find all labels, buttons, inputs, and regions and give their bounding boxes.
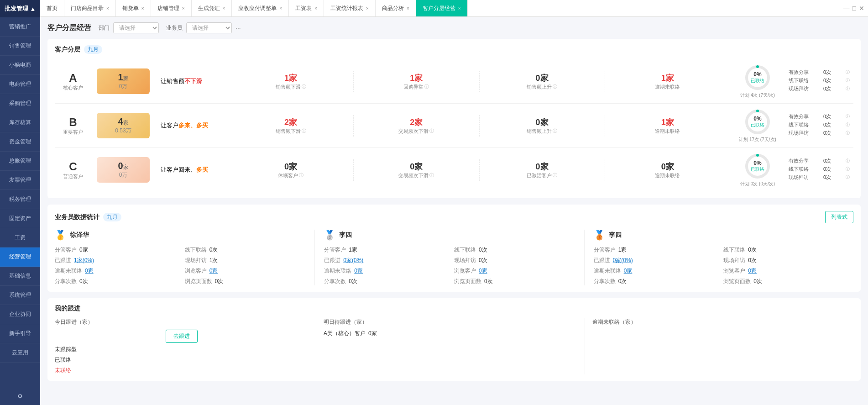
right-stat-info-icon[interactable]: ⓘ — [846, 86, 850, 92]
biz-stat-val[interactable]: 0家 — [354, 267, 363, 275]
tier-slogan-text: 让销售额 — [161, 78, 184, 84]
info-icon[interactable]: ⓘ — [424, 84, 429, 90]
biz-stat-val: 0次 — [79, 278, 88, 285]
sidebar-item-电商管理[interactable]: 电商管理 — [0, 75, 40, 94]
right-stat-info-icon[interactable]: ⓘ — [846, 114, 850, 120]
info-icon[interactable]: ⓘ — [553, 84, 557, 90]
right-stat-info-icon[interactable]: ⓘ — [846, 166, 850, 172]
tab-close-icon[interactable]: × — [279, 6, 282, 11]
sidebar-item-库存核算[interactable]: 库存核算 — [0, 113, 40, 132]
sidebar-item-云应用[interactable]: 云应用 — [0, 343, 40, 363]
info-icon[interactable]: ⓘ — [553, 172, 557, 179]
salesperson-select[interactable]: 请选择 — [186, 22, 232, 33]
info-icon[interactable]: ⓘ — [302, 84, 306, 90]
filter-more-icon[interactable]: ··· — [235, 24, 241, 32]
tab-工资统计报表[interactable]: 工资统计报表× — [324, 0, 376, 16]
biz-card-徐泽华: 🥇 徐泽华 分管客户 0家 线下联络 0次 已跟进 1家(0%) 现场拜访 1次… — [55, 230, 315, 285]
right-stat-info-icon[interactable]: ⓘ — [846, 69, 850, 75]
tab-生成凭证[interactable]: 生成凭证× — [192, 0, 232, 16]
tab-close-icon[interactable]: × — [141, 6, 144, 11]
goto-followup-button[interactable]: 去跟进 — [166, 330, 198, 343]
circle-label: 已联络 — [751, 166, 764, 173]
sidebar-toggle-icon[interactable]: ▲ — [30, 5, 36, 12]
tab-close-icon[interactable]: × — [407, 6, 409, 11]
info-icon[interactable]: ⓘ — [429, 128, 434, 134]
circle-label: 已联络 — [751, 122, 764, 128]
medal-icon: 🥇 — [55, 230, 66, 241]
tab-action-close[interactable]: ✕ — [859, 5, 864, 12]
right-stat-info-icon[interactable]: ⓘ — [846, 130, 850, 136]
info-icon[interactable]: ⓘ — [553, 128, 557, 134]
biz-stat-val: 0次 — [215, 278, 224, 285]
biz-stat-val[interactable]: 1家(0%) — [74, 257, 94, 264]
right-stat-info-icon[interactable]: ⓘ — [846, 174, 850, 180]
sidebar-item-税务管理[interactable]: 税务管理 — [0, 190, 40, 209]
sidebar-item-销售管理[interactable]: 销售管理 — [0, 37, 40, 56]
info-icon[interactable]: ⓘ — [429, 172, 434, 179]
tier-slogan-col-C: 让客户回来、多买 — [155, 166, 228, 174]
tab-店铺管理[interactable]: 店铺管理× — [151, 0, 192, 16]
info-icon[interactable]: ⓘ — [302, 128, 306, 134]
stat-num: 0家 — [608, 161, 727, 172]
biz-stat-val: 1家 — [349, 246, 357, 254]
right-stat-info-icon[interactable]: ⓘ — [846, 122, 850, 128]
biz-card-李四: 🥉 李四 分管客户 1家 线下联络 0次 已跟进 0家(0%) 现场拜访 0次 … — [585, 230, 853, 285]
sidebar-item-总账管理[interactable]: 总账管理 — [0, 152, 40, 171]
right-stat-info-icon[interactable]: ⓘ — [846, 158, 850, 164]
tab-门店商品目录[interactable]: 门店商品目录× — [64, 0, 116, 16]
filter-row-salesperson: 业务员 请选择 ··· — [166, 22, 241, 33]
tab-close-icon[interactable]: × — [182, 6, 185, 11]
sidebar-item-企业协同[interactable]: 企业协同 — [0, 305, 40, 324]
sidebar-item-经营管理[interactable]: 经营管理 — [0, 247, 40, 267]
tab-应收应付调整单[interactable]: 应收应付调整单× — [232, 0, 289, 16]
tab-销货单[interactable]: 销货单× — [116, 0, 151, 16]
sidebar-item-新手引导[interactable]: 新手引导 — [0, 324, 40, 343]
biz-card-header: 🥈 李四 — [324, 230, 575, 241]
biz-stat-val[interactable]: 0家 — [209, 267, 218, 275]
sidebar-item-系统管理[interactable]: 系统管理 — [0, 286, 40, 305]
sidebar-item-采购管理[interactable]: 采购管理 — [0, 94, 40, 113]
biz-stat-val[interactable]: 0家(0%) — [613, 257, 633, 264]
tab-商品分析[interactable]: 商品分析× — [376, 0, 416, 16]
sidebar-item-资金管理[interactable]: 资金管理 — [0, 132, 40, 152]
tab-action-minimize[interactable]: — — [843, 5, 850, 12]
tab-close-icon[interactable]: × — [223, 6, 225, 11]
right-stat-val: 0次 — [823, 77, 831, 84]
stat-label: 交易频次下滑ⓘ — [356, 172, 476, 179]
tier-slogan-col-B: 让客户多来、多买 — [155, 121, 228, 130]
biz-stat-val[interactable]: 0家(0%) — [343, 257, 363, 264]
sidebar-item-营销推广[interactable]: 营销推广 — [0, 17, 40, 37]
sidebar-item-固定资产[interactable]: 固定资产 — [0, 209, 40, 228]
right-stat-info-icon[interactable]: ⓘ — [846, 78, 850, 84]
tier-count-sub: 0.53万 — [115, 127, 131, 134]
biz-stat-val[interactable]: 0家 — [748, 267, 757, 275]
tab-close-icon[interactable]: × — [366, 6, 369, 11]
biz-stat-val[interactable]: 0家 — [479, 267, 487, 275]
customer-month-badge: 九月 — [84, 45, 102, 54]
sidebar-item-基础信息[interactable]: 基础信息 — [0, 267, 40, 286]
tab-close-icon[interactable]: × — [106, 6, 109, 11]
tier-letter: B — [55, 116, 91, 129]
biz-stat-label: 已跟进 — [55, 257, 71, 264]
sidebar-item-小畅电商[interactable]: 小畅电商 — [0, 56, 40, 75]
tab-close-icon[interactable]: × — [458, 6, 461, 11]
stat-num: 1家 — [231, 73, 350, 84]
sidebar-item-发票管理[interactable]: 发票管理 — [0, 171, 40, 190]
biz-stat-label: 逾期未联络 — [55, 267, 82, 275]
tab-首页[interactable]: 首页 — [40, 0, 64, 16]
sidebar-top-label: 批发管理 — [5, 5, 28, 13]
tab-客户分层经营[interactable]: 客户分层经营× — [416, 0, 468, 16]
biz-stat-val[interactable]: 0家 — [624, 267, 633, 275]
info-icon[interactable]: ⓘ — [299, 172, 303, 179]
sidebar-top[interactable]: 批发管理 ▲ — [0, 0, 40, 17]
sidebar-settings[interactable]: ⚙ — [0, 387, 40, 405]
biz-stat-row: 浏览客户 0家 — [185, 267, 306, 275]
tab-action-maximize[interactable]: □ — [852, 5, 856, 12]
sidebar-item-工资[interactable]: 工资 — [0, 228, 40, 247]
tab-close-icon[interactable]: × — [314, 6, 317, 11]
biz-stat-val[interactable]: 0家 — [85, 267, 94, 275]
tab-工资表[interactable]: 工资表× — [289, 0, 324, 16]
dept-select[interactable]: 请选择 — [113, 22, 159, 33]
circle-center: 0% 已联络 — [751, 71, 764, 84]
list-view-button[interactable]: 列表式 — [825, 211, 853, 223]
